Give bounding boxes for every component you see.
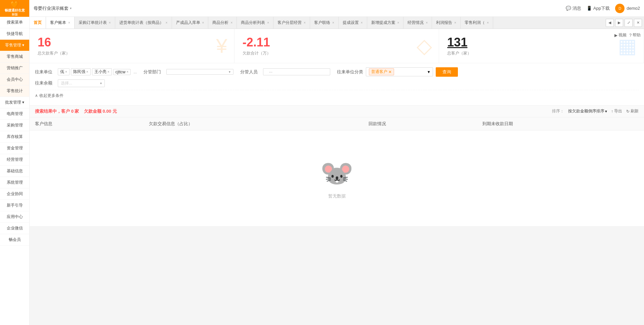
tab-label-retail_profit: 零售利润（ bbox=[465, 20, 485, 26]
person-dots-icon[interactable]: ··· bbox=[269, 69, 272, 74]
tab-close-production[interactable]: × bbox=[202, 21, 204, 25]
unit-tag-close-2[interactable]: × bbox=[108, 70, 110, 74]
collapse-arrow-icon: ∧ bbox=[35, 93, 38, 98]
tab-close-goods_analysis_list[interactable]: × bbox=[267, 21, 269, 25]
dept-select[interactable]: ▾ bbox=[166, 69, 233, 75]
tab-goods_analysis[interactable]: 商品分析× bbox=[208, 17, 237, 29]
tab-promotion_settings[interactable]: 提成设置× bbox=[339, 17, 367, 29]
table-col-1: 欠款交易信息（占比） bbox=[143, 117, 363, 131]
tab-label-purchase_order: 采购订单统计表 bbox=[79, 20, 107, 26]
sidebar-item-marketing[interactable]: 营销推广 bbox=[0, 63, 29, 74]
tab-label-account: 客户账本 bbox=[50, 20, 66, 26]
tab-goods_analysis_list[interactable]: 商品分析列表× bbox=[237, 17, 273, 29]
sidebar-item-vip[interactable]: 畅会员 bbox=[0, 234, 29, 246]
tab-close-purchase_order[interactable]: × bbox=[109, 21, 111, 25]
tab-label-goods_analysis_list: 商品分析列表 bbox=[241, 20, 265, 26]
tab-maximize-btn[interactable]: ⤢ bbox=[625, 19, 633, 27]
export-btn[interactable]: ↑ 导出 bbox=[611, 108, 622, 114]
result-bar: 搜索结果中，客户 0 家 欠款金额 0.00 元 排序： 按欠款金额倒序排序 ▾ bbox=[30, 106, 644, 117]
table-col-0: 客户信息 bbox=[30, 117, 143, 131]
account-selector[interactable]: 母婴行业演示账套 ▾ bbox=[34, 5, 72, 11]
filter-row-unit: 往来单位 佤 ×陈民强 ×王小亮 ×cjttcw × ... 分管部门 ▾ 分管… bbox=[35, 67, 639, 77]
table-header: 客户信息欠款交易信息（占比）回款情况到期未收款日期 bbox=[30, 117, 644, 131]
account-name: 母婴行业演示账套 bbox=[34, 5, 69, 11]
sidebar-item-enterprise[interactable]: 企业协同 bbox=[0, 188, 29, 200]
sort-arrow-icon: ▾ bbox=[605, 109, 607, 114]
tab-close-retail_profit[interactable]: × bbox=[487, 21, 489, 25]
video-help-btn[interactable]: ▶ 视频 bbox=[614, 32, 627, 38]
refresh-btn[interactable]: ↻ 刷新 bbox=[626, 108, 639, 114]
tab-profit_report[interactable]: 利润报告× bbox=[432, 17, 461, 29]
unit-type-selected-tag: 普通客户 ✕ bbox=[369, 68, 394, 75]
stat-amount-label: 欠款合计（万） bbox=[243, 50, 271, 56]
tab-close-account[interactable]: × bbox=[68, 21, 70, 25]
sidebar-item-retail[interactable]: 零售管理 ▾ bbox=[0, 40, 29, 51]
balance-select[interactable]: 选择... ▾ bbox=[58, 79, 105, 87]
unit-tag-close-1[interactable]: × bbox=[86, 70, 88, 74]
more-tags-indicator[interactable]: ... bbox=[133, 70, 137, 74]
help-btns: ▶ 视频 ? 帮助 bbox=[614, 32, 641, 38]
tab-customer_segment[interactable]: 客户分层经营× bbox=[273, 17, 310, 29]
tab-close-purchase_stats[interactable]: × bbox=[166, 21, 168, 25]
unit-tag-close-0[interactable]: × bbox=[65, 70, 67, 74]
unit-tag-close-3[interactable]: × bbox=[127, 70, 129, 74]
tab-close-goods_analysis[interactable]: × bbox=[230, 21, 232, 25]
tab-new_plan[interactable]: 新增提成方案× bbox=[367, 17, 404, 29]
stat-block-amount: ◇ -2.11 欠款合计（万） bbox=[234, 29, 439, 63]
sort-select[interactable]: 按欠款金额倒序排序 ▾ bbox=[568, 108, 607, 114]
sidebar-item-newbie[interactable]: 新手引导 bbox=[0, 200, 29, 211]
sidebar-item-wholesale[interactable]: 批发管理 ▾ bbox=[0, 97, 29, 108]
tab-purchase_stats[interactable]: 进货单统计表（按商品）× bbox=[115, 17, 172, 29]
sidebar-item-basic-info[interactable]: 基础信息 bbox=[0, 166, 29, 177]
sidebar-item-enterprise-wechat[interactable]: 企业微信 bbox=[0, 223, 29, 234]
help-btn[interactable]: ? 帮助 bbox=[629, 32, 641, 38]
tab-close-all-btn[interactable]: ✕ bbox=[634, 19, 642, 27]
tab-close-customer_contact[interactable]: × bbox=[332, 21, 334, 25]
message-btn[interactable]: 💬 消息 bbox=[566, 5, 581, 11]
main-content: 母婴行业演示账套 ▾ 💬 消息 📱 App下载 D demo2 首页客户账本×采… bbox=[30, 0, 644, 325]
filter-area: 往来单位 佤 ×陈民强 ×王小亮 ×cjttcw × ... 分管部门 ▾ 分管… bbox=[30, 63, 644, 106]
tab-scroll-right-btn[interactable]: ▶ bbox=[615, 19, 623, 27]
dept-select-arrow-icon: ▾ bbox=[229, 70, 230, 74]
tab-close-profit_report[interactable]: × bbox=[454, 21, 456, 25]
tab-account[interactable]: 客户账本× bbox=[46, 17, 75, 29]
sidebar-item-system[interactable]: 系统管理 bbox=[0, 177, 29, 188]
tab-purchase_order[interactable]: 采购订单统计表× bbox=[75, 17, 115, 29]
sidebar-item-operations[interactable]: 经营管理 bbox=[0, 154, 29, 166]
sidebar-item-quick-nav[interactable]: 快捷导航 bbox=[0, 28, 29, 40]
sidebar-item-purchase[interactable]: 采购管理 bbox=[0, 120, 29, 131]
unit-type-close-icon[interactable]: ✕ bbox=[388, 70, 392, 74]
tab-close-operations[interactable]: × bbox=[426, 21, 428, 25]
person-select[interactable]: ··· bbox=[263, 68, 330, 75]
app-download-btn[interactable]: 📱 App下载 bbox=[587, 5, 610, 11]
tab-operations[interactable]: 经营情况× bbox=[403, 17, 432, 29]
refresh-icon: ↻ bbox=[626, 109, 630, 114]
help-label: 帮助 bbox=[633, 32, 641, 38]
sidebar-item-finance[interactable]: 资金管理 bbox=[0, 143, 29, 154]
sidebar-item-search[interactable]: 搜索菜单 bbox=[0, 17, 29, 28]
play-icon: ▶ bbox=[614, 33, 617, 38]
sidebar-item-app-center[interactable]: 应用中心 bbox=[0, 211, 29, 223]
question-icon: ? bbox=[629, 33, 632, 38]
sidebar-item-member[interactable]: 会员中心 bbox=[0, 74, 29, 85]
sidebar-item-inventory[interactable]: 库存核算 bbox=[0, 131, 29, 143]
sidebar-item-retail-stats[interactable]: 零售统计 bbox=[0, 85, 29, 97]
tab-close-new_plan[interactable]: × bbox=[397, 21, 399, 25]
dept-filter-label: 分管部门 bbox=[143, 69, 164, 75]
tab-production[interactable]: 产成品入库单× bbox=[172, 17, 209, 29]
customer-ledger-page: ¥ 16 总欠款客户（家） ◇ -2.11 欠款合计（万） ▦ 131 总客户（… bbox=[30, 29, 644, 226]
collapse-btn[interactable]: ∧ 收起更多条件 bbox=[35, 92, 639, 100]
tab-close-customer_segment[interactable]: × bbox=[304, 21, 306, 25]
tab-close-promotion_settings[interactable]: × bbox=[361, 21, 363, 25]
stat-block-customers: ¥ 16 总欠款客户（家） bbox=[30, 29, 234, 63]
app-logo: 🧡 畅捷通好生意 标版 bbox=[0, 0, 29, 17]
sidebar-item-ecommerce[interactable]: 电商管理 bbox=[0, 108, 29, 120]
user-profile[interactable]: D demo2 bbox=[615, 4, 640, 13]
tab-scroll-left-btn[interactable]: ◀ bbox=[606, 19, 614, 27]
tab-retail_profit[interactable]: 零售利润（× bbox=[461, 17, 493, 29]
unit-type-select[interactable]: 普通客户 ✕ ▾ bbox=[366, 67, 433, 76]
tab-home[interactable]: 首页 bbox=[30, 17, 46, 29]
tab-customer_contact[interactable]: 客户联络× bbox=[310, 17, 339, 29]
sidebar-item-retail-shop[interactable]: 零售商城 bbox=[0, 51, 29, 63]
query-button[interactable]: 查询 bbox=[436, 67, 458, 77]
